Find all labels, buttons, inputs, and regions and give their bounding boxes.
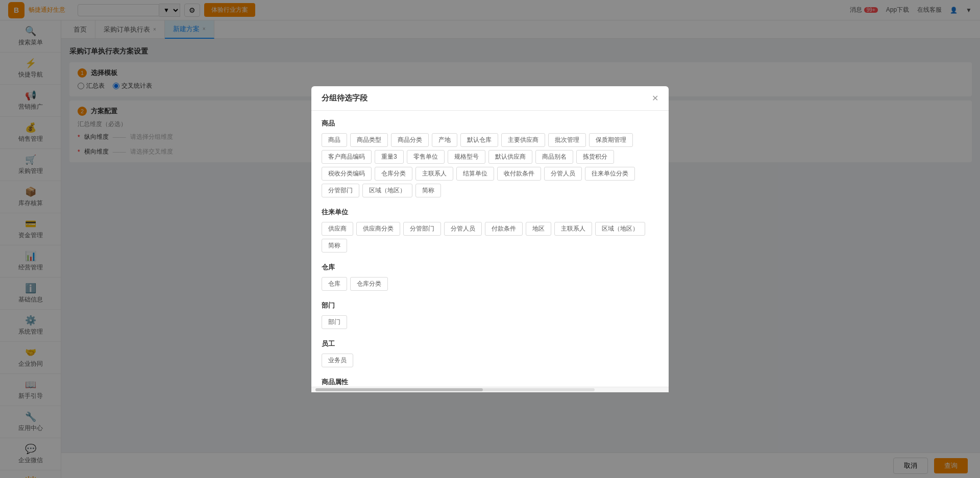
section-department: 部门 部门 (322, 301, 658, 329)
tag-salesperson[interactable]: 业务员 (322, 354, 353, 367)
tag-weight3[interactable]: 重量3 (375, 150, 404, 164)
tag-supervisor[interactable]: 分管人员 (544, 167, 582, 181)
tag-main-supplier[interactable]: 主要供应商 (501, 133, 545, 147)
tag-product[interactable]: 商品 (322, 133, 347, 147)
tag-wh[interactable]: 仓库 (322, 277, 347, 291)
tag-product-type[interactable]: 商品类型 (350, 133, 388, 147)
tag-settle-unit[interactable]: 结算单位 (456, 167, 494, 181)
section-product-title: 商品 (322, 119, 658, 128)
tag-expiry-mgmt[interactable]: 保质期管理 (589, 133, 633, 147)
modal-header: 分组待选字段 ✕ (311, 86, 669, 111)
section-warehouse-title: 仓库 (322, 263, 658, 272)
modal-close-button[interactable]: ✕ (652, 93, 658, 103)
tag-main-contact[interactable]: 主联系人 (415, 167, 453, 181)
tag-tax-code[interactable]: 税收分类编码 (322, 167, 372, 181)
section-product: 商品 商品 商品类型 商品分类 产地 默认仓库 主要供应商 批次管理 保质期管理… (322, 119, 658, 197)
tag-spec-model[interactable]: 规格型号 (448, 150, 485, 164)
tag-batch-mgmt[interactable]: 批次管理 (548, 133, 586, 147)
section-product-attr-title: 商品属性 (322, 378, 658, 387)
warehouse-tags: 仓库 仓库分类 (322, 277, 658, 291)
tag-payment-terms[interactable]: 收付款条件 (497, 167, 541, 181)
tag-origin[interactable]: 产地 (432, 133, 457, 147)
section-employee: 员工 业务员 (322, 339, 658, 367)
tag-warehouse-category[interactable]: 仓库分类 (375, 167, 412, 181)
field-select-modal: 分组待选字段 ✕ 商品 商品 商品类型 商品分类 产地 默认仓库 主要供应商 批… (311, 86, 669, 392)
tag-product-category[interactable]: 商品分类 (391, 133, 429, 147)
section-partner-title: 往来单位 (322, 208, 658, 217)
tag-pay-terms[interactable]: 付款条件 (485, 222, 523, 236)
tag-product-alias[interactable]: 商品别名 (535, 150, 573, 164)
partner-tags: 供应商 供应商分类 分管部门 分管人员 付款条件 地区 主联系人 区域（地区） … (322, 222, 658, 253)
tag-default-supplier[interactable]: 默认供应商 (488, 150, 532, 164)
tag-wh-cat[interactable]: 仓库分类 (350, 277, 388, 291)
tag-region2[interactable]: 区域（地区） (595, 222, 645, 236)
tag-dept[interactable]: 分管部门 (403, 222, 441, 236)
section-department-title: 部门 (322, 301, 658, 310)
tag-default-warehouse[interactable]: 默认仓库 (460, 133, 498, 147)
tag-dept-charge[interactable]: 分管部门 (322, 184, 359, 197)
tag-supplier-category[interactable]: 供应商分类 (356, 222, 400, 236)
product-tags: 商品 商品类型 商品分类 产地 默认仓库 主要供应商 批次管理 保质期管理 客户… (322, 133, 658, 197)
employee-tags: 业务员 (322, 354, 658, 367)
tag-person[interactable]: 分管人员 (444, 222, 482, 236)
tag-short-name[interactable]: 简称 (415, 184, 441, 197)
tag-partner-category[interactable]: 往来单位分类 (585, 167, 635, 181)
section-product-attr: 商品属性 属性 颜色 多规格 尺码 鞋码 1 (322, 378, 658, 387)
tag-customer-code[interactable]: 客户商品编码 (322, 150, 372, 164)
tag-region[interactable]: 区域（地区） (362, 184, 412, 197)
modal-body: 商品 商品 商品类型 商品分类 产地 默认仓库 主要供应商 批次管理 保质期管理… (311, 111, 669, 387)
modal-overlay: 分组待选字段 ✕ 商品 商品 商品类型 商品分类 产地 默认仓库 主要供应商 批… (0, 0, 980, 478)
tag-short-name2[interactable]: 简称 (322, 239, 347, 253)
tag-main-contact2[interactable]: 主联系人 (554, 222, 592, 236)
modal-title: 分组待选字段 (322, 93, 368, 103)
section-partner: 往来单位 供应商 供应商分类 分管部门 分管人员 付款条件 地区 主联系人 区域… (322, 208, 658, 253)
section-employee-title: 员工 (322, 339, 658, 348)
tag-department[interactable]: 部门 (322, 315, 347, 329)
tag-pick-points[interactable]: 拣货积分 (576, 150, 614, 164)
tag-retail-unit[interactable]: 零售单位 (407, 150, 445, 164)
section-warehouse: 仓库 仓库 仓库分类 (322, 263, 658, 291)
modal-hscroll[interactable] (311, 387, 669, 392)
tag-area[interactable]: 地区 (526, 222, 551, 236)
dept-tags: 部门 (322, 315, 658, 329)
tag-supplier[interactable]: 供应商 (322, 222, 353, 236)
